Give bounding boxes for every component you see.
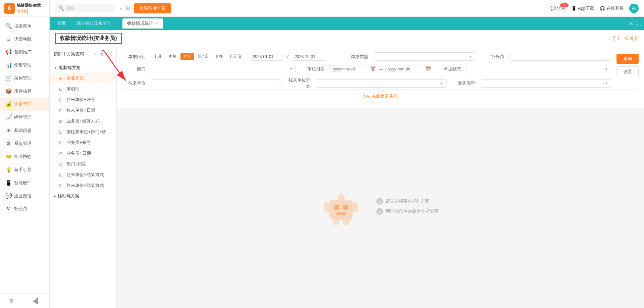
close-window-icon[interactable]: ✕ (629, 20, 633, 27)
topbar-search[interactable]: 🔍 搜索 (55, 4, 115, 12)
export-button[interactable]: ↑ 导出 (609, 36, 621, 42)
scheme-counterpart-dept[interactable]: ⊡ 按往来单位+部门+收... (50, 126, 116, 137)
maximize-window-icon[interactable]: ⛶ (636, 20, 641, 27)
scheme-by-salesperson[interactable]: ● 按业务员 (50, 73, 116, 84)
date-shortcuts: 上月 本月 本年 近7天 更多 自定义 (151, 53, 245, 60)
svg-rect-5 (340, 193, 342, 195)
date-label: 单据日期 (122, 54, 146, 60)
app-download-btn[interactable]: 📱 App下载 (571, 5, 594, 11)
settings-scheme-icon[interactable]: ⚙ (101, 51, 105, 57)
counterpart-select[interactable]: … (151, 79, 281, 87)
desktop-group-header[interactable]: ▼ 电脑端方案 (50, 63, 116, 73)
tab-bank-close-icon[interactable]: ✕ (113, 21, 116, 26)
sidebar-item-quicknav[interactable]: ⌂ 快捷导航 (0, 33, 49, 45)
add-scheme-icon[interactable]: ＋ (93, 51, 98, 57)
trial-button[interactable]: 体验行业方案 (134, 3, 171, 13)
tabs-right: ✕ ⛶ (629, 20, 641, 27)
filter-row-1-wrapper: 单据日期 上月 本月 本年 近7天 更多 自定义 (122, 52, 639, 89)
date-separator: 至 (285, 54, 290, 60)
scheme-counterpart-account[interactable]: ⊡ 往来单位+账号 (50, 94, 116, 105)
page-actions: ↑ 导出 ↻ 刷新 (609, 36, 639, 42)
collapse-bar[interactable]: ∧∧ 收起更多条件 (122, 89, 639, 102)
page-title: 收款情况统计(按业务员) (55, 33, 122, 44)
svg-rect-3 (336, 212, 346, 215)
scheme-dept-date[interactable]: ⊙ 部门+日期 (50, 159, 116, 169)
scheme-by-detail[interactable]: ⊞ 按明细 (50, 84, 116, 94)
sidebar-item-search[interactable]: 🔍 搜索菜单 (0, 19, 49, 33)
topbar-gear-icon[interactable]: ⚙ (125, 5, 130, 11)
review-date-to-input[interactable] (385, 65, 422, 73)
logo-text-block: 畅捷通好生意 标准版 (17, 3, 41, 14)
scheme-icon: ⊙ (59, 162, 64, 167)
refresh-button[interactable]: ↻ 刷新 (625, 36, 639, 42)
scheme-icon: ⊡ (59, 183, 64, 188)
settings-button[interactable]: 设置 (616, 66, 639, 77)
tip-num-1: 1 (376, 198, 383, 205)
empty-tips: 1 请先选择要分析的方案 2 用过滤条件来缩小分析范围 (376, 198, 438, 218)
empty-state: 1 请先选择要分析的方案 2 用过滤条件来缩小分析范围 (117, 108, 644, 308)
topbar-chevron-icon[interactable]: ▾ (119, 6, 121, 11)
sidebar-item-guide[interactable]: 💡 新手引导 (0, 163, 49, 176)
sidebar-item-wechat[interactable]: 💬 企业微信 (0, 189, 49, 202)
sidebar-item-system[interactable]: ⚙ 系统管理 (0, 137, 49, 150)
user-avatar[interactable]: Rit (629, 4, 639, 13)
filter-row-date: 单据日期 上月 本月 本年 近7天 更多 自定义 (122, 52, 611, 61)
inventory-icon: 📦 (5, 88, 11, 94)
scheme-salesperson-date[interactable]: ⊙ 业务员+日期 (50, 148, 116, 159)
date-tab-more[interactable]: 更多 (212, 53, 226, 60)
tab-receipt[interactable]: 收款情况统计 ✕ (122, 18, 163, 29)
sidebar-item-label: 新手引导 (14, 167, 32, 173)
left-panel-title: 按以下方案查询 (54, 51, 93, 57)
download-icon: 📱 (571, 6, 577, 11)
sidebar-item-sales[interactable]: 📊 销售管理 (0, 58, 49, 71)
collapse-sidebar-icon[interactable]: ◀▌ (32, 298, 40, 304)
tab-receipt-close-icon[interactable]: ✕ (155, 21, 158, 26)
home-icon: ⌂ (5, 36, 11, 42)
salesperson-select[interactable]: … (509, 53, 611, 61)
sidebar-item-basic[interactable]: ⊞ 基础信息 (0, 124, 49, 137)
sidebar-item-label: 营销推广 (14, 49, 32, 55)
settings-gear-icon[interactable]: ⚙ (9, 298, 14, 304)
sidebar-item-purchase[interactable]: 🛒 采购管理 (0, 71, 49, 85)
scheme-icon: ⊙ (59, 151, 64, 156)
scheme-counterpart-settle1[interactable]: ⊞ 往来单位+结算方式 (50, 169, 116, 180)
dept-select[interactable]: ▾ (151, 65, 296, 73)
sidebar-item-marketing[interactable]: 📢 营销推广 (0, 45, 49, 58)
tip-num-2: 2 (376, 208, 383, 215)
date-from-input[interactable] (250, 53, 283, 61)
review-date-from-input[interactable] (330, 65, 367, 73)
dept-label: 部门 (122, 66, 146, 72)
scheme-salesperson-account[interactable]: ⊡ 业务员+账号 (50, 137, 116, 148)
date-range: 至 (250, 53, 325, 61)
tab-home[interactable]: 首页 (52, 18, 70, 29)
doc-type-select[interactable]: ▾ (374, 52, 475, 61)
sidebar-item-member[interactable]: V 畅会员 (0, 202, 49, 215)
sidebar-item-cooperation[interactable]: 🤝 企业协同 (0, 150, 49, 163)
date-tab-thismonth[interactable]: 本月 (166, 53, 179, 60)
sidebar-item-inventory[interactable]: 📦 库存核算 (0, 85, 49, 98)
business-type-select[interactable]: ▾ (481, 79, 611, 88)
counterpart-category-select[interactable]: ▾ (316, 79, 446, 88)
query-button[interactable]: 查询 (616, 54, 639, 64)
doc-status-select[interactable]: ▾ (467, 65, 611, 73)
svg-rect-2 (343, 205, 348, 210)
review-date-range: 📅 — 📅 (330, 65, 432, 73)
date-tab-lastmonth[interactable]: 上月 (151, 53, 164, 60)
date-tab-7days[interactable]: 近7天 (195, 53, 211, 60)
date-to-input[interactable] (292, 53, 325, 61)
scheme-counterpart-date[interactable]: ⊡ 往来单位+日期 (50, 105, 116, 116)
date-tab-thisyear[interactable]: 本年 (180, 53, 194, 60)
date-tab-custom[interactable]: 自定义 (227, 53, 245, 60)
scheme-salesperson-settlement[interactable]: ⊠ 业务员+结算方式 (50, 116, 116, 126)
tab-bank[interactable]: 现金银行流水查询 ✕ (72, 18, 121, 29)
sidebar-item-finance[interactable]: 💰 资金管理 (0, 98, 49, 111)
scheme-counterpart-settle2[interactable]: ⊡ 往来单位+结算方式 (50, 180, 116, 191)
mobile-group-header[interactable]: ▶ 移动端方案 (50, 191, 116, 201)
messages-button[interactable]: 💬 消息 99+ (550, 5, 566, 11)
collapse-panel-icon[interactable]: 《 (108, 51, 112, 57)
sidebar-item-hardware[interactable]: 📱 智能硬件 (0, 176, 49, 189)
online-service-btn[interactable]: 🎧 在线客服 (600, 5, 624, 11)
sidebar-item-label: 搜索菜单 (14, 23, 32, 29)
sidebar-item-operations[interactable]: 📈 经营管理 (0, 111, 49, 124)
scheme-icon: ● (59, 76, 64, 81)
